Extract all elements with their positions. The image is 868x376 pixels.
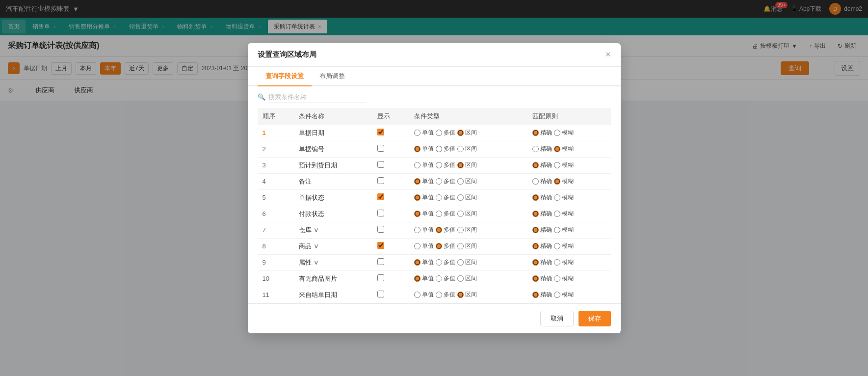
modal-header: 设置查询区域布局 ×: [248, 43, 621, 67]
settings-modal: 设置查询区域布局 × 查询字段设置 布局调整 🔍 顺序 条件名称 显示 条件类型: [248, 43, 621, 102]
modal-tab-layout[interactable]: 布局调整: [312, 67, 353, 86]
modal-title: 设置查询区域布局: [258, 50, 316, 59]
modal-tab-query-fields[interactable]: 查询字段设置: [258, 67, 312, 86]
modal-overlay: 设置查询区域布局 × 查询字段设置 布局调整 🔍 顺序 条件名称 显示 条件类型: [0, 0, 868, 101]
modal-tabs: 查询字段设置 布局调整: [248, 67, 621, 86]
search-icon: 🔍: [258, 93, 265, 101]
search-input[interactable]: [268, 91, 367, 102]
modal-search-area: 🔍: [248, 86, 621, 102]
modal-close-btn[interactable]: ×: [605, 50, 611, 59]
